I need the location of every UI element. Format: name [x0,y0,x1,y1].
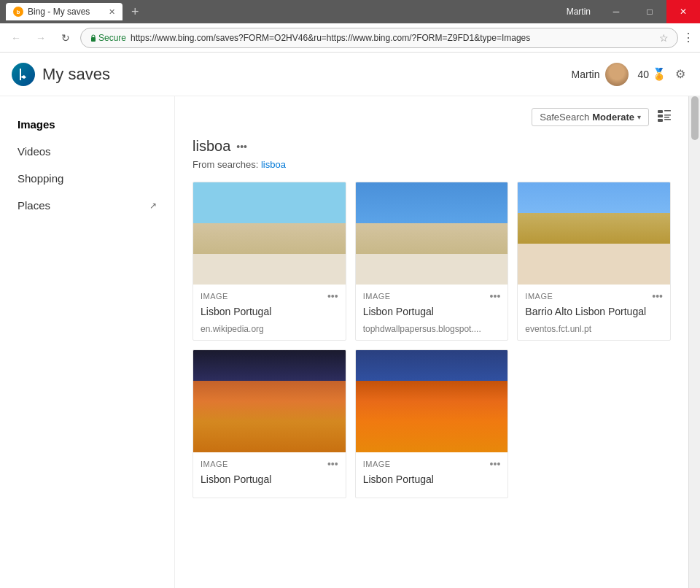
points-badge: 40 🏅 [637,67,666,81]
back-button[interactable]: ← [6,28,26,48]
card-more-4[interactable]: ••• [490,458,501,470]
image-type-2: IMAGE [525,292,553,301]
image-type-3: IMAGE [201,460,228,468]
from-searches: From searches: lisboa [192,159,671,170]
collection-more-options[interactable]: ••• [236,141,247,152]
from-searches-prefix: From searches: [192,159,258,170]
image-placeholder-2 [518,182,670,285]
image-type-row-4: IMAGE ••• [363,458,501,470]
image-placeholder-4 [356,350,508,452]
browser-content: My saves Martin 40 🏅 ⚙ Images Videos [0,53,700,588]
sidebar-item-places[interactable]: Places ↗ [0,192,174,219]
title-bar: b Bing - My saves ✕ + Martin ─ □ ✕ [0,0,700,23]
card-more-1[interactable]: ••• [490,290,501,302]
image-card-1[interactable]: IMAGE ••• Lisbon Portugal tophdwallpaper… [355,182,509,341]
image-info-1: IMAGE ••• Lisbon Portugal tophdwallpaper… [356,285,508,340]
image-info-0: IMAGE ••• Lisbon Portugal en.wikipedia.o… [193,285,346,340]
image-type-row-3: IMAGE ••• [201,458,338,470]
avatar[interactable] [605,63,629,86]
sidebar-item-videos[interactable]: Videos [0,138,174,165]
header-right: Martin 40 🏅 ⚙ [572,63,685,86]
url-bar[interactable]: Secure https://www.bing.com/saves?FORM=O… [80,28,678,48]
image-placeholder-0 [193,182,346,285]
image-card-3[interactable]: IMAGE ••• Lisbon Portugal [192,349,346,498]
image-type-1: IMAGE [363,292,391,301]
svg-rect-1 [658,110,663,113]
svg-rect-2 [664,110,671,112]
image-type-row-0: IMAGE ••• [201,290,338,302]
secure-badge: Secure [90,33,126,43]
svg-rect-5 [664,117,669,118]
page-title: My saves [42,65,110,84]
sidebar-item-shopping[interactable]: Shopping [0,165,174,192]
bing-header: My saves Martin 40 🏅 ⚙ [0,53,700,96]
tab-close-button[interactable]: ✕ [109,7,115,17]
image-card-4[interactable]: IMAGE ••• Lisbon Portugal [355,349,509,498]
medal-icon: 🏅 [652,67,666,81]
safesearch-label: SafeSearch [540,112,589,123]
sidebar-item-images[interactable]: Images [0,111,174,138]
sidebar-item-images-label: Images [18,118,55,131]
image-thumb-3 [193,350,346,452]
image-info-3: IMAGE ••• Lisbon Portugal [193,452,346,498]
new-tab-button[interactable]: + [131,4,139,20]
minimize-button[interactable]: ─ [599,0,633,23]
sidebar-item-shopping-label: Shopping [18,172,63,185]
safesearch-dropdown-icon: ▾ [637,113,641,121]
image-thumb-2 [518,182,670,285]
image-card-0[interactable]: IMAGE ••• Lisbon Portugal en.wikipedia.o… [192,182,346,341]
list-view-icon[interactable] [658,110,671,125]
svg-rect-6 [658,119,663,122]
image-source-1: tophdwallpapersus.blogspot.... [363,324,501,334]
scrollbar-thumb[interactable] [691,96,699,140]
top-controls: SafeSearch Moderate ▾ [192,108,671,126]
image-title-2: Barrio Alto Lisbon Portugal [525,305,663,318]
image-thumb-0 [193,182,346,285]
image-type-4: IMAGE [363,460,391,468]
browser-menu-button[interactable]: ⋮ [682,31,694,45]
image-thumb-4 [356,350,508,452]
bing-logo: My saves [12,63,110,86]
bookmark-icon[interactable]: ☆ [659,32,669,44]
card-more-2[interactable]: ••• [652,290,663,302]
avatar-image [605,63,629,86]
image-title-3: Lisbon Portugal [201,473,338,486]
image-info-2: IMAGE ••• Barrio Alto Lisbon Portugal ev… [518,285,670,340]
image-title-1: Lisbon Portugal [363,305,501,318]
maximize-button[interactable]: □ [633,0,666,23]
from-searches-link[interactable]: lisboa [261,159,286,170]
forward-button[interactable]: → [31,28,51,48]
card-more-3[interactable]: ••• [327,458,338,470]
secure-label: Secure [98,33,126,43]
collection-header: lisboa ••• [192,138,671,155]
image-type-row-1: IMAGE ••• [363,290,501,302]
window-controls: ─ □ ✕ [599,0,700,23]
user-name: Martin [572,69,600,80]
main-content: SafeSearch Moderate ▾ [175,96,688,588]
browser-tab[interactable]: b Bing - My saves ✕ [6,3,122,20]
image-title-4: Lisbon Portugal [363,473,501,486]
tab-title: Bing - My saves [28,7,90,17]
settings-icon[interactable]: ⚙ [675,67,685,81]
scrollbar-track[interactable] [688,96,700,588]
card-more-0[interactable]: ••• [327,290,338,302]
image-card-2[interactable]: IMAGE ••• Barrio Alto Lisbon Portugal ev… [517,182,671,341]
bing-logo-icon [12,63,35,86]
sidebar-item-videos-label: Videos [18,145,51,158]
address-bar: ← → ↻ Secure https://www.bing.com/saves?… [0,23,700,53]
refresh-button[interactable]: ↻ [55,28,76,48]
close-button[interactable]: ✕ [666,0,700,23]
collection-title: lisboa [192,138,230,155]
safesearch-button[interactable]: SafeSearch Moderate ▾ [532,108,649,126]
image-placeholder-1 [356,182,508,285]
sidebar-item-places-label: Places [18,199,50,212]
title-bar-left: b Bing - My saves ✕ + [6,3,558,20]
image-type-row-2: IMAGE ••• [525,290,663,302]
tab-favicon: b [13,7,23,17]
image-placeholder-3 [193,350,346,452]
image-info-4: IMAGE ••• Lisbon Portugal [356,452,508,498]
image-source-0: en.wikipedia.org [201,324,338,334]
svg-rect-4 [664,115,671,116]
url-text: https://www.bing.com/saves?FORM=O2HV46&r… [131,33,655,43]
content-area: Images Videos Shopping Places ↗ SafeSear… [0,96,700,588]
